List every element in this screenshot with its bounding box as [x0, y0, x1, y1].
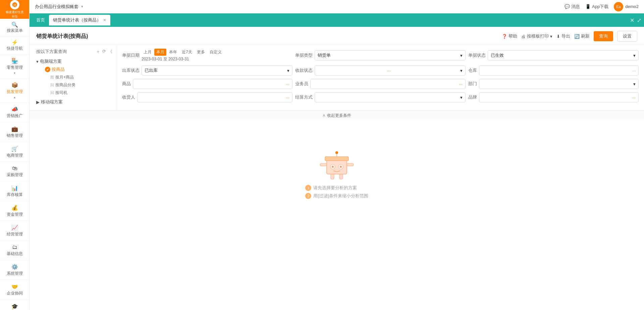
topbar-right: 💬 消息 📱 App下载 Ea demo2: [565, 2, 639, 11]
logo-icon: 好: [10, 0, 19, 9]
tree-pc-parent[interactable]: ▾ 电脑端方案: [36, 57, 112, 65]
filter-row-4: 收货人 ··· 结算方式 ▾: [122, 92, 639, 102]
dept-label: 部门: [468, 81, 477, 87]
add-scheme-icon[interactable]: ＋: [96, 49, 100, 55]
tree-item-by-month-goods[interactable]: 图 按月+商品: [48, 73, 112, 81]
wholesale-icon: 📦: [11, 82, 18, 88]
date-label: 单据日期: [122, 52, 140, 58]
sidebar-item-operations[interactable]: 📈 经营管理: [0, 221, 29, 241]
tree-item-by-category[interactable]: 回 按商品分类: [48, 81, 112, 89]
empty-state: 1 请先选择要分析的方案 2 用[过滤]条件来缩小分析范围: [30, 120, 644, 226]
sidebar-item-retail[interactable]: 🏪 零售管理 ▾: [0, 54, 29, 79]
help-btn[interactable]: ❓ 帮助: [502, 33, 517, 39]
svg-rect-13: [339, 174, 343, 179]
goods-select[interactable]: ···: [133, 79, 292, 89]
message-btn[interactable]: 💬 消息: [565, 4, 580, 10]
sidebar-item-purchase[interactable]: 🛍 采购管理: [0, 162, 29, 182]
svg-rect-10: [320, 163, 327, 166]
date-tab-more[interactable]: 更多: [195, 49, 207, 56]
dept-select[interactable]: ▾: [479, 79, 639, 89]
receipt-dots-icon[interactable]: ···: [387, 68, 391, 73]
warehouse-field-group: 仓库 ···: [468, 65, 639, 75]
search-menu[interactable]: 🔍 搜索菜单: [0, 19, 29, 37]
consignee-dots-icon[interactable]: ···: [286, 95, 289, 100]
minimize-icon[interactable]: ✕: [630, 17, 634, 23]
dept-dropdown-icon: ▾: [633, 82, 636, 87]
payment-select[interactable]: ▾: [315, 92, 466, 102]
doc-status-select[interactable]: 已生效 ▾: [488, 50, 639, 60]
date-tab-custom[interactable]: 自定义: [208, 49, 224, 56]
dropdown-icon[interactable]: ▾: [81, 4, 83, 9]
brand-label: 品牌: [468, 94, 477, 100]
svg-rect-11: [347, 163, 354, 166]
sidebar-item-ecommerce[interactable]: 🛒 电商管理: [0, 142, 29, 162]
refresh-scheme-icon[interactable]: ⟳: [102, 49, 106, 55]
filter-row-1: 单据日期 上月 本月 本年 近7天 更多 自定义 20: [122, 49, 639, 62]
tree-item-by-goods[interactable]: ✔ 按商品: [43, 65, 112, 73]
svg-rect-3: [325, 157, 348, 161]
filter-row-2: 出库状态 已出库 ▾ 收款状态 ··· ▾: [122, 65, 639, 75]
svg-rect-12: [331, 174, 334, 179]
page-actions: ❓ 帮助 🖨 按模板打印 ▾ ⬇ 导出 🔄 刷新: [502, 31, 637, 42]
arrow-up-icon: ▴: [14, 95, 15, 99]
settings-button[interactable]: 设置: [617, 31, 637, 42]
tree-arrow-icon: ▾: [36, 59, 39, 64]
doc-status-dropdown-icon: ▾: [633, 53, 636, 58]
app-download-btn[interactable]: 📱 App下载: [585, 4, 608, 10]
filter-scheme-header: 按以下方案查询 ＋ ⟳ 《: [36, 49, 112, 55]
sidebar-item-newbie[interactable]: 🎓 新手引导: [0, 300, 29, 310]
query-button[interactable]: 查询: [594, 31, 613, 41]
warehouse-select[interactable]: ···: [479, 65, 639, 75]
salesperson-select[interactable]: ···: [310, 79, 466, 89]
message-icon: 💬: [565, 4, 570, 9]
warehouse-label: 仓库: [468, 67, 477, 73]
tab-close-icon[interactable]: ✕: [103, 18, 106, 22]
salesperson-dots-icon[interactable]: ···: [459, 82, 463, 87]
receipt-status-select[interactable]: ··· ▾: [315, 65, 466, 75]
refresh-btn[interactable]: 🔄 刷新: [574, 33, 590, 39]
doc-type-select[interactable]: 销货单 ▾: [315, 50, 466, 60]
print-dropdown-icon: ▾: [550, 34, 552, 39]
consignee-field-group: 收货人 ···: [122, 92, 292, 102]
sidebar-item-system[interactable]: ⚙️ 系统管理: [0, 260, 29, 280]
receipt-status-label: 收款状态: [295, 67, 313, 73]
date-tab-last-month[interactable]: 上月: [142, 49, 154, 56]
sidebar-item-marketing[interactable]: 📣 营销推广: [0, 103, 29, 122]
goods-field-group: 商品 ···: [122, 79, 292, 89]
app-logo-text: 畅捷通好生意: [6, 10, 24, 14]
tab-sales-stat[interactable]: 销货单统计表（按商品） ✕: [49, 15, 110, 25]
consignee-select[interactable]: ···: [137, 92, 292, 102]
empty-illustration: [317, 147, 357, 181]
date-tab-this-month[interactable]: 本月: [154, 49, 166, 56]
tab-home[interactable]: 首页: [32, 15, 49, 25]
sidebar-item-finance[interactable]: 💰 资金管理: [0, 201, 29, 221]
salesperson-field-group: 业务员 ···: [295, 79, 466, 89]
date-tab-this-year[interactable]: 本年: [167, 49, 179, 56]
brand-dots-icon[interactable]: ···: [632, 95, 636, 100]
doc-status-field-group: 单据状态 已生效 ▾: [468, 49, 639, 62]
out-status-select[interactable]: 已出库 ▾: [142, 65, 292, 75]
warehouse-dots-icon[interactable]: ···: [632, 68, 636, 73]
quick-nav[interactable]: ⚡ 快捷导航: [0, 37, 29, 54]
sidebar-item-sales[interactable]: 💼 销售管理: [0, 122, 29, 142]
sidebar-item-wholesale[interactable]: 📦 批发管理 ▴: [0, 79, 29, 103]
collapse-scheme-icon[interactable]: 《: [108, 49, 112, 55]
export-btn[interactable]: ⬇ 导出: [556, 33, 570, 39]
topbar: 办公用品行业模拟账套 ▾ 💬 消息 📱 App下载 Ea demo2: [30, 0, 644, 13]
doc-status-label: 单据状态: [468, 52, 486, 58]
user-section[interactable]: Ea demo2: [614, 2, 639, 11]
print-btn[interactable]: 🖨 按模板打印 ▾: [521, 33, 552, 39]
date-tab-7days[interactable]: 近7天: [180, 49, 194, 56]
page-content: 销货单统计表(按商品) ❓ 帮助 🖨 按模板打印 ▾ ⬇ 导出: [30, 27, 644, 310]
goods-dots-icon[interactable]: ···: [286, 82, 289, 87]
brand-select[interactable]: ···: [479, 92, 639, 102]
collapse-bar[interactable]: ∧ 收起更多条件: [30, 110, 644, 120]
date-tabs: 上月 本月 本年 近7天 更多 自定义: [142, 49, 292, 56]
sub-scheme-icon3: 回: [50, 90, 54, 95]
sidebar-item-basic[interactable]: 🗂 基础信息: [0, 241, 29, 260]
tree-mobile-parent[interactable]: ▶ 移动端方案: [36, 98, 112, 106]
tree-item-by-driver[interactable]: 回 按司机: [48, 89, 112, 97]
sidebar-item-inventory[interactable]: 📊 库存核算: [0, 182, 29, 201]
sidebar-item-enterprise[interactable]: 🤝 企业协同: [0, 280, 29, 300]
maximize-icon[interactable]: ⤢: [637, 17, 641, 23]
